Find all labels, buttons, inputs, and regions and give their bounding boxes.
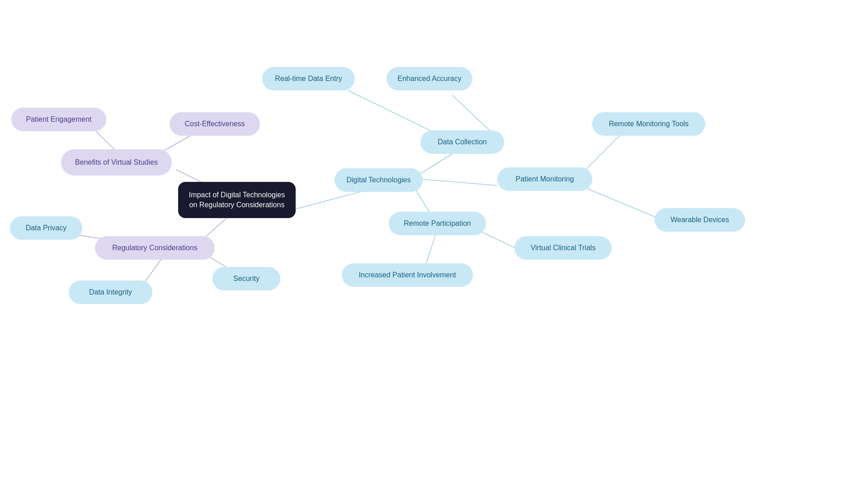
- enhanced-accuracy-node: Enhanced Accuracy: [387, 67, 472, 90]
- data-privacy-label: Data Privacy: [26, 223, 67, 233]
- patient-engagement-label: Patient Engagement: [26, 114, 92, 124]
- remote-participation-label: Remote Participation: [404, 219, 471, 228]
- virtual-clinical-node: Virtual Clinical Trials: [514, 236, 612, 260]
- patient-monitoring-node: Patient Monitoring: [497, 167, 592, 191]
- data-collection-label: Data Collection: [438, 137, 487, 147]
- svg-line-4: [416, 179, 497, 186]
- security-node: Security: [212, 267, 280, 290]
- virtual-clinical-label: Virtual Clinical Trials: [531, 243, 596, 253]
- increased-patient-node: Increased Patient Involvement: [342, 263, 473, 287]
- cost-effectiveness-node: Cost-Effectiveness: [170, 112, 260, 136]
- center-label: Impact of Digital Technologies on Regula…: [189, 190, 285, 210]
- digital-technologies-label: Digital Technologies: [346, 175, 410, 185]
- remote-monitoring-label: Remote Monitoring Tools: [609, 119, 689, 129]
- svg-line-11: [425, 235, 435, 267]
- data-integrity-node: Data Integrity: [69, 281, 152, 304]
- data-integrity-label: Data Integrity: [89, 287, 132, 297]
- remote-monitoring-node: Remote Monitoring Tools: [592, 112, 705, 136]
- wearable-devices-node: Wearable Devices: [655, 208, 745, 232]
- regulatory-node: Regulatory Considerations: [95, 236, 215, 260]
- patient-monitoring-label: Patient Monitoring: [516, 174, 574, 184]
- remote-participation-node: Remote Participation: [389, 212, 486, 235]
- svg-line-9: [585, 188, 656, 217]
- svg-line-10: [479, 231, 515, 248]
- realtime-data-node: Real-time Data Entry: [262, 67, 355, 90]
- data-privacy-node: Data Privacy: [10, 216, 82, 240]
- svg-line-8: [585, 131, 624, 170]
- digital-technologies-node: Digital Technologies: [335, 168, 423, 192]
- security-label: Security: [233, 274, 259, 284]
- data-collection-node: Data Collection: [420, 130, 504, 154]
- regulatory-label: Regulatory Considerations: [112, 243, 198, 253]
- svg-line-3: [416, 154, 452, 176]
- patient-engagement-node: Patient Engagement: [11, 108, 106, 131]
- realtime-data-label: Real-time Data Entry: [275, 74, 342, 84]
- svg-line-7: [452, 95, 493, 133]
- center-node: Impact of Digital Technologies on Regula…: [178, 182, 296, 218]
- wearable-devices-label: Wearable Devices: [670, 215, 729, 225]
- benefits-node: Benefits of Virtual Studies: [61, 149, 172, 176]
- increased-patient-label: Increased Patient Involvement: [359, 270, 456, 280]
- enhanced-accuracy-label: Enhanced Accuracy: [397, 74, 461, 84]
- benefits-label: Benefits of Virtual Studies: [75, 157, 158, 167]
- cost-effectiveness-label: Cost-Effectiveness: [184, 119, 245, 129]
